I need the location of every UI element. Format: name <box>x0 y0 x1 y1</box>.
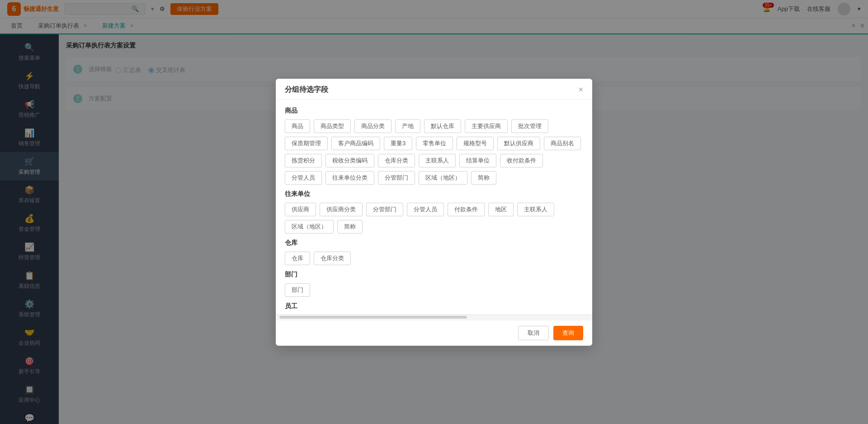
field-tag[interactable]: 结算单位 <box>459 154 496 167</box>
field-tag[interactable]: 供应商分类 <box>320 203 363 216</box>
field-tag[interactable]: 仓库分类 <box>378 154 415 167</box>
field-tag[interactable]: 地区 <box>488 203 514 216</box>
field-tag[interactable]: 零售单位 <box>416 137 453 150</box>
field-tag[interactable]: 往来单位分类 <box>326 171 374 185</box>
field-select-modal: 分组待选字段 × 商品 商品 商品类型 商品分类 产地 默认仓库 主要供应商 批… <box>276 79 592 346</box>
field-tag[interactable]: 批次管理 <box>511 119 548 133</box>
confirm-button[interactable]: 查询 <box>553 326 583 340</box>
field-tag[interactable]: 商品别名 <box>544 137 581 150</box>
modal-close-button[interactable]: × <box>578 85 583 95</box>
field-tag[interactable]: 保质期管理 <box>285 137 328 150</box>
modal-footer: 取消 查询 <box>276 320 592 346</box>
field-tag[interactable]: 部门 <box>285 283 310 297</box>
field-tag[interactable]: 税收分类编码 <box>326 154 374 167</box>
field-tag[interactable]: 主要供应商 <box>465 119 508 133</box>
field-tag[interactable]: 商品 <box>285 119 310 133</box>
field-tag[interactable]: 商品分类 <box>354 119 392 133</box>
field-tag[interactable]: 客户商品编码 <box>331 137 380 150</box>
field-tag[interactable]: 主联系人 <box>419 154 456 167</box>
field-tag[interactable]: 重量3 <box>384 137 412 150</box>
field-tag[interactable]: 简称 <box>337 220 363 233</box>
field-tag[interactable]: 收付款条件 <box>500 154 543 167</box>
field-tag[interactable]: 区域（地区） <box>285 220 334 233</box>
fields-grid-counterpart: 供应商 供应商分类 分管部门 分管人员 付款条件 地区 主联系人 区域（地区） … <box>285 203 583 233</box>
fields-grid-department: 部门 <box>285 283 583 297</box>
field-tag[interactable]: 付款条件 <box>448 203 485 216</box>
field-tag[interactable]: 仓库 <box>285 252 310 265</box>
fields-grid-goods: 商品 商品类型 商品分类 产地 默认仓库 主要供应商 批次管理 保质期管理 客户… <box>285 119 583 185</box>
cancel-button[interactable]: 取消 <box>518 326 549 340</box>
field-tag[interactable]: 产地 <box>395 119 420 133</box>
modal-header: 分组待选字段 × <box>276 79 592 100</box>
field-tag[interactable]: 拣货积分 <box>285 154 322 167</box>
modal-body: 商品 商品 商品类型 商品分类 产地 默认仓库 主要供应商 批次管理 保质期管理… <box>276 100 592 314</box>
section-title-goods: 商品 <box>285 107 583 115</box>
field-tag[interactable]: 默认仓库 <box>424 119 461 133</box>
section-title-department: 部门 <box>285 271 583 279</box>
field-tag[interactable]: 仓库分类 <box>314 252 351 265</box>
field-tag[interactable]: 供应商 <box>285 203 316 216</box>
field-tag[interactable]: 区域（地区） <box>419 171 467 185</box>
field-tag[interactable]: 商品类型 <box>314 119 351 133</box>
section-title-counterpart: 往来单位 <box>285 190 583 198</box>
modal-hscrollbar[interactable] <box>276 314 592 320</box>
modal-overlay: 分组待选字段 × 商品 商品 商品类型 商品分类 产地 默认仓库 主要供应商 批… <box>0 0 868 424</box>
field-tag[interactable]: 分管部门 <box>366 203 403 216</box>
fields-grid-warehouse: 仓库 仓库分类 <box>285 252 583 265</box>
field-tag[interactable]: 主联系人 <box>517 203 554 216</box>
field-tag[interactable]: 分管部门 <box>378 171 415 185</box>
section-title-employee: 员工 <box>285 302 583 310</box>
section-title-warehouse: 仓库 <box>285 239 583 247</box>
field-tag[interactable]: 分管人员 <box>285 171 322 185</box>
field-tag[interactable]: 规格型号 <box>457 137 494 150</box>
field-tag[interactable]: 分管人员 <box>407 203 444 216</box>
field-tag[interactable]: 简称 <box>471 171 496 185</box>
field-tag[interactable]: 默认供应商 <box>497 137 540 150</box>
modal-title: 分组待选字段 <box>285 85 328 95</box>
hscroll-thumb[interactable] <box>279 316 467 319</box>
